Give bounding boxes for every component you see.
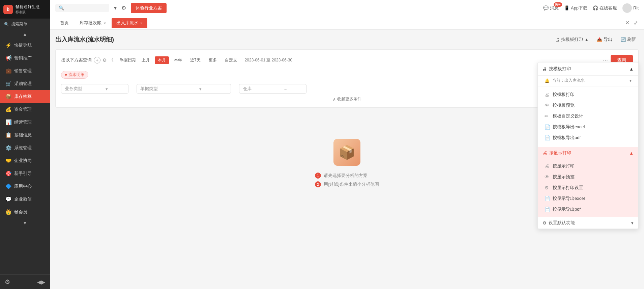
marketing-icon: 📢 bbox=[5, 55, 11, 61]
dropdown-template-excel[interactable]: 📄 按模板导出excel bbox=[538, 122, 638, 132]
sidebar-scroll-down[interactable]: ▼ bbox=[0, 218, 50, 228]
date-btn-more[interactable]: 更多 bbox=[206, 56, 220, 64]
window-close-btn[interactable]: ✕ bbox=[624, 19, 630, 27]
topbar-settings-icon[interactable]: ⚙ bbox=[120, 3, 127, 12]
dropdown-template-design[interactable]: ✏ 模板自定义设计 bbox=[538, 111, 638, 122]
export-icon: 📤 bbox=[597, 37, 602, 42]
window-expand-btn[interactable]: ⤢ bbox=[633, 19, 639, 27]
dropdown-display-preview[interactable]: 👁 按显示预览 bbox=[538, 172, 638, 182]
template-preview-icon: 👁 bbox=[545, 103, 550, 108]
dropdown-display-excel[interactable]: 📄 按显示导出excel bbox=[538, 193, 638, 204]
tab-home[interactable]: 首页 bbox=[55, 18, 74, 28]
sidebar-item-cooperation[interactable]: 🤝 企业协同 bbox=[0, 154, 50, 167]
sidebar-item-guide[interactable]: 🎯 新手引导 bbox=[0, 167, 50, 180]
filter-tag-flow-detail[interactable]: ● 流水明细 bbox=[61, 71, 88, 79]
step-1-num: 1 bbox=[315, 173, 321, 179]
warehouse-select[interactable]: 仓库 ··· bbox=[239, 84, 306, 94]
sidebar-item-finance[interactable]: 💰 资金管理 bbox=[0, 103, 50, 116]
wechat-icon: 💬 bbox=[5, 196, 11, 202]
topbar: 🔍 ▾ ⚙ 体验行业方案 💬 消息 99+ 📱 App下载 🎧 在线客服 bbox=[50, 0, 644, 16]
headset-icon: 🎧 bbox=[593, 5, 598, 10]
divider-1 bbox=[538, 86, 638, 86]
display-settings-icon: ⚙ bbox=[545, 185, 550, 190]
date-btn-7days[interactable]: 近7天 bbox=[187, 56, 204, 64]
dropdown-display-pdf[interactable]: 📄 按显示导出pdf bbox=[538, 204, 638, 215]
footer-dropdown-icon: ▾ bbox=[631, 220, 634, 226]
sidebar-item-marketing[interactable]: 📢 营销推广 bbox=[0, 52, 50, 64]
topbar-dropdown-icon[interactable]: ▾ bbox=[113, 3, 118, 12]
app-download-icon: 📱 bbox=[564, 5, 569, 10]
print-button[interactable]: 🖨 按模板打印 ▲ bbox=[553, 35, 591, 44]
filter-section-label: 按以下方案查询 bbox=[61, 57, 92, 63]
topbar-message[interactable]: 💬 消息 99+ bbox=[543, 5, 559, 11]
biz-type-dropdown-icon: ▾ bbox=[106, 86, 125, 91]
date-btn-custom[interactable]: 自定义 bbox=[222, 56, 240, 64]
dropdown-template-print[interactable]: 🖨 按模板打印 bbox=[538, 89, 638, 100]
dropdown-template-pdf[interactable]: 📄 按模板导出pdf bbox=[538, 132, 638, 143]
sidebar: b 畅捷通好生意 标准版 🔍 搜索菜单 ▲ ⚡ 快捷导航 📢 营销推广 💼 销售… bbox=[0, 0, 50, 289]
sidebar-item-inventory[interactable]: 📦 库存核算 bbox=[0, 90, 50, 103]
sidebar-item-wechat[interactable]: 💬 企业微信 bbox=[0, 193, 50, 206]
tab-flow-close-icon[interactable]: × bbox=[140, 21, 142, 25]
guide-icon: 🎯 bbox=[5, 170, 11, 177]
display-print-header-icon: 🖨 bbox=[543, 150, 547, 156]
sidebar-collapse-icon[interactable]: ◀▶ bbox=[37, 279, 45, 285]
dropdown-display-print-header[interactable]: 🖨 按显示打印 ▲ bbox=[538, 147, 638, 159]
dropdown-footer[interactable]: ⚙ 设置默认功能 ▾ bbox=[538, 217, 638, 229]
sidebar-item-basic[interactable]: 📋 基础信息 bbox=[0, 129, 50, 141]
doc-type-dropdown-icon: ▾ bbox=[199, 86, 227, 91]
sidebar-search[interactable]: 🔍 搜索菜单 bbox=[0, 19, 50, 30]
topbar-online-service[interactable]: 🎧 在线客服 bbox=[593, 5, 617, 11]
trial-industry-button[interactable]: 体验行业方案 bbox=[131, 3, 167, 13]
display-print-collapse-icon: ▲ bbox=[629, 151, 634, 156]
template-pdf-icon: 📄 bbox=[545, 135, 550, 140]
sidebar-settings-icon[interactable]: ⚙ bbox=[5, 278, 10, 286]
user-name: Rit bbox=[633, 5, 639, 10]
tab-batch-close-icon[interactable]: × bbox=[104, 21, 106, 25]
dropdown-current-label[interactable]: 🔔 当前：出入库流水 ▾ bbox=[538, 76, 638, 85]
topbar-app-download[interactable]: 📱 App下载 bbox=[564, 5, 587, 11]
filter-setting-icon[interactable]: ⚙ bbox=[103, 57, 107, 63]
sidebar-item-sales[interactable]: 💼 销售管理 bbox=[0, 64, 50, 77]
dropdown-display-print[interactable]: 🖨 按显示打印 bbox=[538, 161, 638, 172]
page-actions: 🖨 按模板打印 ▲ 📤 导出 🔄 刷新 bbox=[553, 35, 639, 44]
add-filter-btn[interactable]: + bbox=[94, 57, 100, 63]
dropdown-template-preview[interactable]: 👁 按模板预览 bbox=[538, 100, 638, 111]
refresh-button[interactable]: 🔄 刷新 bbox=[618, 35, 639, 44]
sidebar-item-purchase[interactable]: 🛒 采购管理 bbox=[0, 77, 50, 90]
topbar-search-input[interactable] bbox=[66, 6, 106, 10]
export-button[interactable]: 📤 导出 bbox=[594, 35, 615, 44]
user-avatar bbox=[622, 3, 632, 13]
dropdown-display-settings[interactable]: ⚙ 按显示打印设置 bbox=[538, 182, 638, 193]
finance-icon: 💰 bbox=[5, 106, 11, 112]
window-controls: ✕ ⤢ bbox=[624, 19, 639, 27]
page-title: 出入库流水(流水明细) bbox=[55, 35, 114, 44]
doc-type-select[interactable]: 单据类型 ▾ bbox=[137, 84, 231, 94]
tab-batch-account[interactable]: 库存批次账 × bbox=[75, 18, 110, 28]
app-edition: 标准版 bbox=[16, 10, 40, 15]
print-dropdown-panel: 🖨 按模板打印 ▲ 🔔 当前：出入库流水 ▾ 🖨 按模板打印 👁 按 bbox=[537, 62, 639, 229]
collapse-arrow-icon: ∧ bbox=[333, 97, 336, 102]
template-design-icon: ✏ bbox=[545, 113, 550, 119]
sidebar-item-system[interactable]: ⚙️ 系统管理 bbox=[0, 141, 50, 154]
topbar-user[interactable]: Rit bbox=[622, 3, 639, 13]
sales-icon: 💼 bbox=[5, 68, 11, 74]
sidebar-scroll-up[interactable]: ▲ bbox=[0, 30, 50, 39]
biz-type-select[interactable]: 业务类型 ▾ bbox=[61, 84, 128, 94]
date-btn-last-month[interactable]: 上月 bbox=[139, 56, 153, 64]
warehouse-more-icon: ··· bbox=[284, 86, 303, 91]
template-print-icon: 🖨 bbox=[545, 92, 550, 97]
dropdown-header[interactable]: 🖨 按模板打印 ▲ bbox=[538, 62, 638, 76]
purchase-icon: 🛒 bbox=[5, 81, 11, 87]
sidebar-item-quick-nav[interactable]: ⚡ 快捷导航 bbox=[0, 39, 50, 52]
sidebar-item-vip[interactable]: 👑 畅会员 bbox=[0, 206, 50, 218]
display-excel-icon: 📄 bbox=[545, 196, 550, 201]
date-btn-this-month[interactable]: 本月 bbox=[155, 56, 169, 64]
sidebar-item-business[interactable]: 📊 经营管理 bbox=[0, 116, 50, 129]
date-btn-this-year[interactable]: 本年 bbox=[171, 56, 185, 64]
print-header-icon: 🖨 bbox=[543, 67, 547, 72]
tab-flow-detail[interactable]: 出入库流水 × bbox=[112, 18, 147, 28]
topbar-search-box[interactable]: 🔍 bbox=[55, 4, 109, 12]
sidebar-item-app-center[interactable]: 🔷 应用中心 bbox=[0, 180, 50, 193]
filter-collapse-icon[interactable]: 《 bbox=[109, 57, 114, 63]
